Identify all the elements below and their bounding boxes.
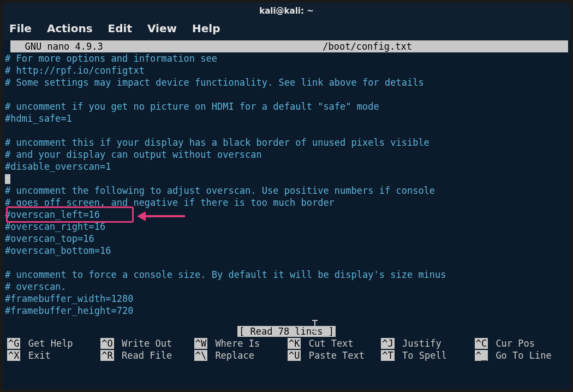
editor-line: #overscan_top=16 [5,233,565,245]
editor-line: #framebuffer_height=720 [5,305,565,317]
editor-line: # http://rpf.io/configtxt [5,64,565,76]
shortcut-label: Exit [20,350,50,361]
nano-app-name: GNU nano 4.9.3 [10,40,106,52]
shortcut-key: ^_ [475,350,488,361]
menu-actions[interactable]: Actions [47,22,93,35]
shortcut-item: ^_ Go To Line [475,349,566,361]
editor-line: # uncomment to force a console size. By … [5,269,565,281]
menubar: File Actions Edit View Help [3,19,570,40]
nano-shortcuts: ^G Get Help^O Write Out^W Where Is^K Cut… [5,337,568,365]
editor-line: # uncomment the following to adjust over… [5,185,565,197]
editor-line: # overscan. [5,281,565,293]
nano-cursor [5,174,10,184]
shortcut-key: ^\ [194,350,207,361]
shortcut-key: ^T [381,350,394,361]
shortcut-item: ^K Cut Text [288,337,379,349]
shortcut-label: Cut Text [301,338,353,349]
terminal-window: kali@kali: ~ File Actions Edit View Help… [3,3,570,389]
editor-content[interactable]: # For more options and information see# … [5,52,568,317]
menu-help[interactable]: Help [192,22,220,35]
shortcut-item: ^U Paste Text [288,349,379,361]
menu-edit[interactable]: Edit [108,22,132,35]
nano-filename: /boot/config.txt [319,40,415,52]
editor-line: #hdmi_safe=1 [5,112,565,124]
shortcut-label: Read File [114,350,172,361]
nano-status-message: [ Read 78 lines ] [237,326,336,337]
editor-line: #disable_overscan=1 [5,161,565,173]
editor-line: # Some settings may impact device functi… [5,76,565,88]
shortcut-item: ^X Exit [7,349,98,361]
nano-header: GNU nano 4.9.3 /boot/config.txt [10,40,568,52]
shortcut-label: Paste Text [301,350,365,361]
shortcut-label: Get Help [20,338,73,349]
shortcut-key: ^O [100,338,114,349]
shortcut-key: ^R [100,350,114,361]
editor-line [5,173,565,185]
editor-line: # goes off screen, and negative if there… [5,197,565,209]
editor-line: #overscan_bottom=16 [5,245,565,257]
editor-line: # For more options and information see [5,52,565,64]
editor-line: # uncomment if you get no picture on HDM… [5,100,565,112]
shortcut-item: ^W Where Is [194,337,285,349]
editor-line [5,124,565,136]
shortcut-label: Write Out [114,338,172,349]
editor-line: # uncomment this if your display has a b… [5,136,565,149]
shortcut-key: ^X [7,350,20,361]
terminal-area[interactable]: GNU nano 4.9.3 /boot/config.txt # For mo… [3,40,570,389]
shortcut-key: ^C [475,338,488,349]
editor-line [5,88,565,100]
menu-file[interactable]: File [9,22,32,35]
shortcut-label: Justify [395,338,441,349]
shortcut-label: Cur Pos [488,338,535,349]
nano-status: [ Read 78 lines ] [5,325,568,337]
editor-line: # and your display can output without ov… [5,149,565,161]
editor-line [5,257,565,269]
shortcut-label: Where Is [207,338,260,349]
shortcut-key: ^U [288,350,301,361]
menu-view[interactable]: View [147,22,177,35]
shortcut-label: To Spell [395,350,447,361]
shortcut-item: ^J Justify [381,337,472,349]
shortcut-item: ^\ Replace [194,349,285,361]
shortcut-key: ^G [7,338,20,349]
editor-line: #framebuffer_width=1280 [5,293,565,305]
shortcut-key: ^W [194,338,207,349]
shortcut-label: Replace [207,350,254,361]
shortcut-key: ^K [288,338,301,349]
shortcut-key: ^J [381,338,394,349]
shortcut-item: ^G Get Help [7,337,98,349]
shortcut-item: ^C Cur Pos [475,337,566,349]
shortcut-item: ^O Write Out [100,337,192,349]
editor-line: #overscan_left=16 [5,209,565,221]
shortcut-item: ^T To Spell [381,349,472,361]
editor-line: #overscan_right=16 [5,221,565,233]
nano-header-spacer [106,40,319,52]
shortcut-item: ^R Read File [100,349,192,361]
shortcut-label: Go To Line [488,350,552,361]
window-title: kali@kali: ~ [3,3,570,19]
